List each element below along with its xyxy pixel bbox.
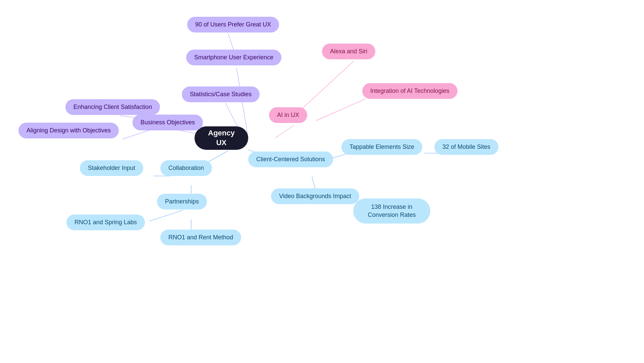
138-increase-node: 138 Increase in Conversion Rates xyxy=(353,198,430,224)
business-objectives-node: Business Objectives xyxy=(132,115,203,130)
tappable-node: Tappable Elements Size xyxy=(341,139,422,155)
enhancing-client-node: Enhancing Client Satisfaction xyxy=(65,99,160,115)
video-backgrounds-node: Video Backgrounds Impact xyxy=(271,188,359,204)
rno1-spring-node: RNO1 and Spring Labs xyxy=(66,215,145,230)
90-users-node: 90 of Users Prefer Great UX xyxy=(187,17,279,33)
svg-line-4 xyxy=(294,61,354,116)
alexa-siri-node: Alexa and Siri xyxy=(322,44,375,59)
client-centered-node: Client-Centered Solutions xyxy=(248,152,333,167)
center-node: Agency UX xyxy=(195,126,248,150)
ai-in-ux-node: AI in UX xyxy=(269,107,307,123)
integration-ai-node: Integration of AI Technologies xyxy=(362,83,458,99)
collaboration-node: Collaboration xyxy=(160,160,212,176)
partnerships-node: Partnerships xyxy=(157,194,207,209)
stakeholder-input-node: Stakeholder Input xyxy=(80,160,143,176)
svg-line-5 xyxy=(316,99,366,121)
32-mobile-node: 32 of Mobile Sites xyxy=(434,139,498,155)
svg-line-8 xyxy=(122,130,151,139)
svg-line-3 xyxy=(275,125,294,138)
aligning-design-node: Aligning Design with Objectives xyxy=(18,123,119,138)
statistics-node: Statistics/Case Studies xyxy=(182,86,260,102)
smartphone-ux-node: Smartphone User Experience xyxy=(186,50,281,65)
rno1-rent-node: RNO1 and Rent Method xyxy=(160,230,241,245)
svg-line-12 xyxy=(149,210,183,221)
